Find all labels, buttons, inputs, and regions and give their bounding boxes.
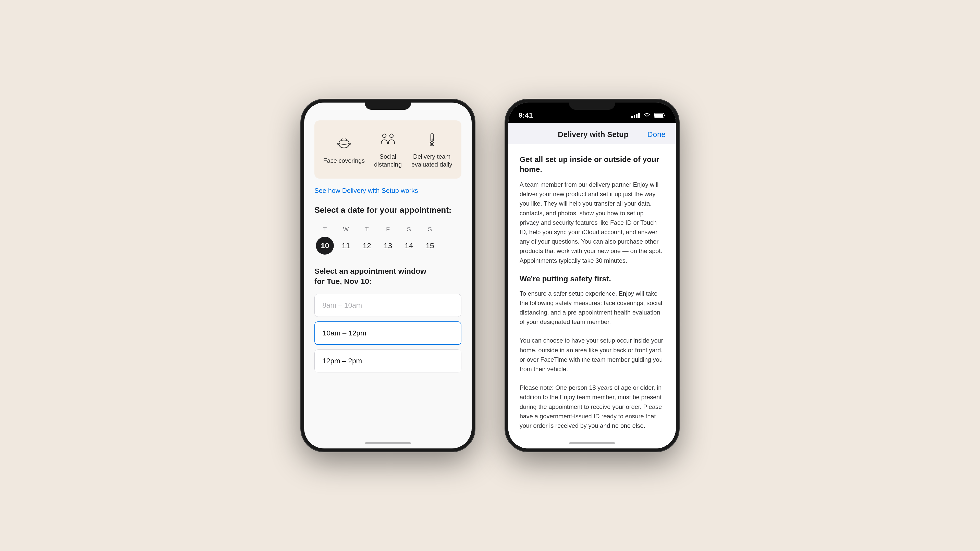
- svg-rect-18: [654, 114, 663, 117]
- wifi-icon: [643, 113, 651, 118]
- svg-rect-15: [638, 113, 640, 118]
- phone-right-home-indicator: [569, 442, 615, 445]
- svg-point-3: [390, 134, 393, 138]
- modal-body: Get all set up inside or outside of your…: [508, 144, 676, 448]
- date-section-title: Select a date for your appointment:: [314, 205, 461, 216]
- safety-item-delivery-team: Delivery team evaluated daily: [410, 130, 454, 168]
- modal-para-3: You can choose to have your setup occur …: [520, 336, 665, 374]
- modal-header: Delivery with Setup Done: [508, 123, 676, 144]
- battery-icon: [654, 113, 666, 118]
- signal-icon: [632, 113, 640, 118]
- modal-done-button[interactable]: Done: [647, 130, 666, 139]
- modal-sheet: Delivery with Setup Done Get all set up …: [508, 123, 676, 448]
- time-slot-12pm[interactable]: 12pm – 2pm: [314, 349, 461, 372]
- appt-section-title: Select an appointment windowfor Tue, Nov…: [314, 266, 461, 287]
- safety-banner: Face coverings: [314, 121, 461, 179]
- phone-left-screen: Face coverings: [304, 103, 472, 448]
- svg-rect-14: [636, 114, 638, 118]
- status-time: 9:41: [519, 111, 533, 119]
- time-slot-8am[interactable]: 8am – 10am: [314, 294, 461, 317]
- phone-right: 9:41: [505, 100, 679, 451]
- modal-para-2: To ensure a safer setup experience, Enjo…: [520, 289, 665, 327]
- cal-day-12[interactable]: 12: [356, 235, 377, 256]
- cal-header-t2: T: [356, 223, 377, 235]
- time-slot-10am[interactable]: 10am – 12pm: [314, 321, 461, 345]
- modal-para-4: Please note: One person 18 years of age …: [520, 383, 665, 430]
- cal-header-s1: S: [398, 223, 419, 235]
- cal-header-s2: S: [419, 223, 440, 235]
- setup-link[interactable]: See how Delivery with Setup works: [314, 187, 461, 195]
- modal-title: Delivery with Setup: [558, 130, 628, 139]
- mask-icon: [335, 135, 353, 153]
- modal-heading-2: We're putting safety first.: [520, 275, 665, 283]
- cal-header-t1: T: [314, 223, 335, 235]
- cal-day-15[interactable]: 15: [419, 235, 440, 256]
- cal-header-f: F: [377, 223, 398, 235]
- svg-point-8: [431, 143, 433, 145]
- cal-day-14[interactable]: 14: [398, 235, 419, 256]
- status-icons: [632, 113, 666, 118]
- social-distancing-label: Social distancing: [366, 152, 410, 168]
- modal-heading-1: Get all set up inside or outside of your…: [520, 154, 665, 174]
- thermometer-icon: [423, 130, 441, 149]
- svg-point-2: [383, 134, 386, 138]
- phone-right-notch: [569, 100, 615, 110]
- safety-item-face-coverings: Face coverings: [322, 135, 366, 165]
- cal-header-empty: [441, 223, 461, 235]
- home-indicator: [365, 442, 411, 445]
- people-icon: [379, 130, 397, 149]
- calendar-grid: T W T F S S 10 11 12 13 14 15: [314, 223, 461, 256]
- svg-rect-17: [664, 114, 665, 116]
- svg-rect-13: [634, 115, 635, 118]
- face-coverings-label: Face coverings: [323, 157, 365, 165]
- safety-item-social-distancing: Social distancing: [366, 130, 410, 168]
- scene: Face coverings: [0, 0, 980, 551]
- phone-left-content: Face coverings: [304, 103, 472, 448]
- cal-day-empty: [441, 235, 461, 256]
- svg-rect-12: [632, 116, 633, 118]
- cal-header-w: W: [335, 223, 356, 235]
- delivery-team-label: Delivery team evaluated daily: [410, 152, 454, 168]
- cal-day-13[interactable]: 13: [377, 235, 398, 256]
- cal-day-11[interactable]: 11: [335, 235, 356, 256]
- cal-day-10[interactable]: 10: [314, 235, 335, 256]
- phone-right-screen: 9:41: [508, 103, 676, 448]
- modal-para-1: A team member from our delivery partner …: [520, 180, 665, 265]
- notch: [365, 100, 411, 110]
- cal-day-10-selected[interactable]: 10: [316, 237, 334, 254]
- phone-left: Face coverings: [301, 100, 475, 451]
